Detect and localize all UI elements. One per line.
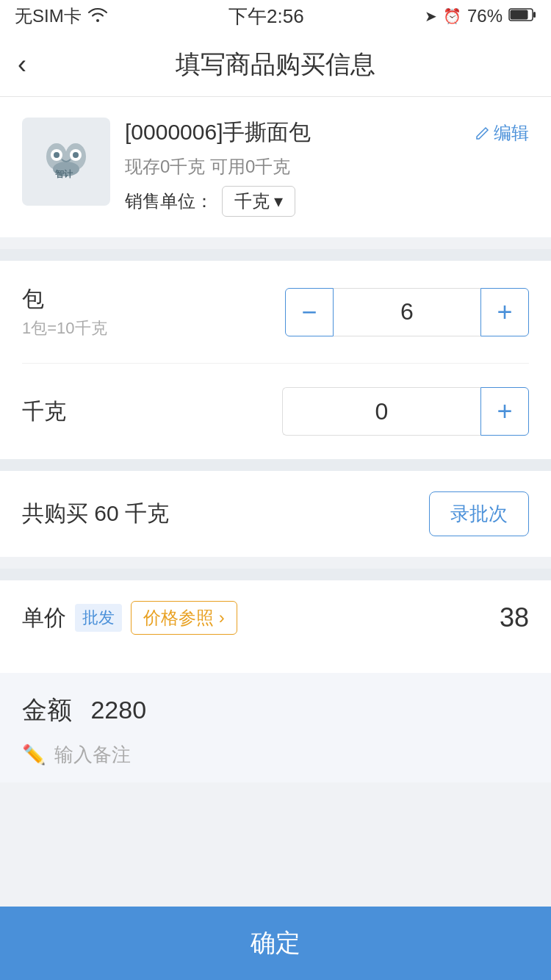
nav-bar: ‹ 填写商品购买信息 (0, 32, 551, 97)
svg-rect-1 (533, 12, 536, 18)
divider-3 (0, 569, 551, 580)
batch-button[interactable]: 录批次 (429, 491, 529, 536)
note-row[interactable]: ✏️ 输入备注 (22, 742, 529, 782)
kg-label-main: 千克 (22, 397, 66, 427)
unit-label: 销售单位： (125, 190, 213, 213)
package-label-main: 包 (22, 284, 107, 314)
edit-label: 编辑 (494, 121, 529, 145)
amount-value: 2280 (90, 696, 146, 724)
unit-value: 千克 (234, 190, 270, 213)
batch-tag: 批发 (75, 604, 122, 632)
price-row: 单价 批发 价格参照 › 38 (22, 601, 529, 635)
svg-point-8 (73, 152, 79, 158)
product-card: 智计 [0000006]手撕面包 编辑 现存0千克 可用0千克 销售单位： 千克… (0, 97, 551, 237)
svg-point-7 (54, 152, 60, 158)
kg-quantity-control: + (282, 387, 529, 436)
price-label: 单价 批发 价格参照 › (22, 601, 237, 635)
status-bar: 无SIM卡 下午2:56 ➤ ⏰ 76% (0, 0, 551, 32)
dropdown-icon: ▾ (274, 191, 283, 212)
edit-button[interactable]: 编辑 (475, 121, 529, 145)
alarm-icon: ⏰ (443, 7, 461, 25)
product-image: 智计 (22, 118, 110, 206)
kg-input[interactable] (282, 387, 480, 436)
product-stock: 现存0千克 可用0千克 (125, 155, 529, 179)
unit-select[interactable]: 千克 ▾ (222, 186, 295, 217)
amount-section: 金额 2280 ✏️ 输入备注 (0, 673, 551, 782)
price-section: 单价 批发 价格参照 › 38 (0, 580, 551, 673)
svg-rect-2 (510, 10, 527, 20)
package-decrease-button[interactable]: − (285, 288, 334, 336)
kg-row: 千克 + (22, 364, 529, 459)
page-title: 填写商品购买信息 (176, 48, 375, 82)
package-input[interactable] (334, 288, 480, 336)
price-value: 38 (500, 602, 529, 633)
status-right: ➤ ⏰ 76% (425, 6, 536, 26)
kg-increase-button[interactable]: + (480, 387, 529, 436)
product-name: [0000006]手撕面包 (125, 118, 311, 148)
confirm-button-text: 确定 (251, 926, 300, 960)
status-left: 无SIM卡 (15, 4, 108, 28)
back-button[interactable]: ‹ (18, 49, 26, 80)
product-info: [0000006]手撕面包 编辑 现存0千克 可用0千克 销售单位： 千克 ▾ (125, 118, 529, 217)
status-time: 下午2:56 (228, 4, 304, 29)
wifi-icon (87, 6, 108, 26)
package-increase-button[interactable]: + (480, 288, 529, 336)
unit-row: 销售单位： 千克 ▾ (125, 186, 529, 217)
location-icon: ➤ (425, 7, 437, 25)
battery-icon (508, 6, 536, 26)
kg-label: 千克 (22, 397, 66, 427)
package-hint: 1包=10千克 (22, 317, 107, 339)
package-quantity-control: − + (285, 288, 529, 336)
input-section: 包 1包=10千克 − + 千克 + (0, 261, 551, 459)
owl-logo: 智计 (40, 136, 92, 188)
divider-1 (0, 249, 551, 261)
note-text: 输入备注 (54, 742, 131, 768)
price-ref-button[interactable]: 价格参照 › (131, 601, 237, 635)
pencil-icon: ✏️ (22, 743, 46, 766)
total-row: 共购买 60 千克 录批次 (0, 471, 551, 557)
price-label-text: 单价 (22, 603, 66, 633)
amount-row: 金额 2280 (22, 693, 529, 727)
amount-label: 金额 (22, 696, 72, 724)
svg-text:智计: 智计 (54, 169, 73, 179)
carrier-text: 无SIM卡 (15, 4, 82, 28)
package-row: 包 1包=10千克 − + (22, 261, 529, 364)
divider-2 (0, 459, 551, 471)
package-label: 包 1包=10千克 (22, 284, 107, 339)
total-text: 共购买 60 千克 (22, 499, 169, 529)
confirm-bar[interactable]: 确定 (0, 907, 551, 980)
battery-text: 76% (467, 6, 503, 26)
